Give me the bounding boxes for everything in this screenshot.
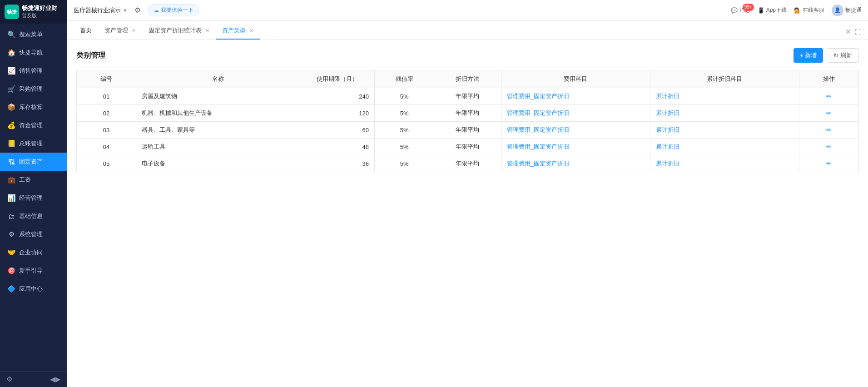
user-action[interactable]: 👤 畅捷通 (832, 5, 862, 16)
sidebar-item-apps[interactable]: 🔷 应用中心 (0, 280, 67, 298)
cell-accumulated-2: 累计折旧 (650, 122, 799, 139)
basic-info-icon: 🗂 (7, 213, 15, 220)
tab-asset-management[interactable]: 资产管理 ✕ (98, 23, 142, 40)
sidebar-item-search[interactable]: 🔍 搜索菜单 (0, 25, 67, 44)
sidebar-item-purchase[interactable]: 🛒 采购管理 (0, 80, 67, 98)
table-row: 03 器具、工具、家具等 60 5% 年限平均 管理费用_固定资产折旧 累计折旧… (77, 122, 859, 139)
assets-table: 编号 名称 使用期限（月） 残值率 折旧方法 费用科目 累计折旧科目 操作 01… (76, 70, 859, 172)
col-header-accumulated: 累计折旧科目 (650, 70, 799, 88)
sidebar-item-guide[interactable]: 🎯 新手引导 (0, 262, 67, 280)
online-service-action[interactable]: 💁 在线客服 (794, 6, 824, 14)
edit-icon-0[interactable]: ✏ (826, 93, 832, 100)
tab-asset-type[interactable]: 资产类型 ✕ (216, 23, 260, 40)
tab-close-asset[interactable]: ✕ (132, 28, 136, 34)
app-download-action[interactable]: 📱 App下载 (758, 6, 787, 14)
ledger-icon: 📒 (7, 139, 15, 148)
edit-icon-3[interactable]: ✏ (826, 143, 832, 150)
tab-depreciation-report[interactable]: 固定资产折旧统计表 ✕ (142, 23, 216, 40)
enterprise-icon: 🤝 (7, 248, 15, 257)
cell-name-0: 房屋及建筑物 (136, 88, 300, 105)
inventory-icon: 📦 (7, 103, 15, 111)
sidebar-item-salary[interactable]: 💼 工资 (0, 171, 67, 189)
cell-expense-1: 管理费用_固定资产折旧 (501, 105, 650, 122)
cell-name-1: 机器、机械和其他生产设备 (136, 105, 300, 122)
sidebar-item-management[interactable]: 📊 经营管理 (0, 189, 67, 207)
cell-residual-0: 5% (374, 88, 434, 105)
cell-accumulated-1: 累计折旧 (650, 105, 799, 122)
messages-badge: 99+ (743, 4, 754, 11)
system-icon: ⚙ (7, 230, 15, 238)
service-icon: 💁 (794, 7, 801, 14)
fixed-assets-icon: 🏗 (7, 158, 15, 166)
sidebar-item-ledger[interactable]: 📒 总账管理 (0, 134, 67, 153)
action-buttons: + 新增 ↻ 刷新 (794, 48, 859, 63)
col-header-residual: 残值率 (374, 70, 434, 88)
search-icon: 🔍 (7, 30, 15, 39)
top-header: 医疗器械行业演示 ▼ ⚙ ☁ 我要体验一下 💬 消息 99+ 📱 App下载 💁… (67, 0, 868, 21)
main-area: 医疗器械行业演示 ▼ ⚙ ☁ 我要体验一下 💬 消息 99+ 📱 App下载 💁… (67, 0, 868, 387)
cell-method-1: 年限平均 (434, 105, 501, 122)
sidebar-item-inventory[interactable]: 📦 库存核算 (0, 98, 67, 116)
header-settings-icon[interactable]: ⚙ (131, 4, 144, 17)
management-icon: 📊 (7, 194, 15, 202)
cell-method-3: 年限平均 (434, 139, 501, 155)
tab-close-depreciation[interactable]: ✕ (205, 28, 209, 34)
cell-expense-4: 管理费用_固定资产折旧 (501, 155, 650, 172)
company-name: 医疗器械行业演示 (74, 6, 121, 15)
cell-period-0: 240 (300, 88, 374, 105)
sidebar: 畅捷 畅捷通好业财 普及版 🔍 搜索菜单 🏠 快捷导航 📈 销售管理 🛒 采购管… (0, 0, 67, 387)
table-row: 02 机器、机械和其他生产设备 120 5% 年限平均 管理费用_固定资产折旧 … (77, 105, 859, 122)
col-header-method: 折旧方法 (434, 70, 501, 88)
tab-bar: 首页 资产管理 ✕ 固定资产折旧统计表 ✕ 资产类型 ✕ ✕ ⛶ (67, 21, 868, 40)
app-logo: 畅捷 畅捷通好业财 普及版 (0, 0, 67, 24)
sidebar-item-funds[interactable]: 💰 资金管理 (0, 116, 67, 134)
cell-id-0: 01 (77, 88, 136, 105)
settings-bottom-icon[interactable]: ⚙ (6, 375, 12, 383)
edit-icon-2[interactable]: ✏ (826, 126, 832, 134)
cell-residual-2: 5% (374, 122, 434, 139)
message-icon: 💬 (731, 7, 738, 14)
tab-home[interactable]: 首页 (74, 23, 98, 40)
edit-icon-4[interactable]: ✏ (826, 160, 832, 167)
logo-icon: 畅捷 (5, 5, 19, 19)
new-button[interactable]: + 新增 (794, 48, 823, 63)
home-icon: 🏠 (7, 49, 15, 57)
col-header-period: 使用期限（月） (300, 70, 374, 88)
cell-accumulated-4: 累计折旧 (650, 155, 799, 172)
cell-period-2: 60 (300, 122, 374, 139)
company-selector[interactable]: 医疗器械行业演示 ▼ (74, 6, 128, 15)
sidebar-item-quick-nav[interactable]: 🏠 快捷导航 (0, 44, 67, 62)
page-title-row: 类别管理 + 新增 ↻ 刷新 (76, 48, 859, 63)
tab-right-actions: ✕ ⛶ (845, 28, 862, 40)
refresh-icon: ↻ (833, 52, 838, 59)
messages-action[interactable]: 💬 消息 99+ (731, 6, 750, 14)
tab-close-type[interactable]: ✕ (249, 28, 253, 34)
sidebar-item-basic-info[interactable]: 🗂 基础信息 (0, 207, 67, 225)
cloud-icon: ☁ (154, 7, 159, 14)
salary-icon: 💼 (7, 176, 15, 184)
sidebar-item-system[interactable]: ⚙ 系统管理 (0, 225, 67, 243)
sidebar-item-sales[interactable]: 📈 销售管理 (0, 62, 67, 80)
tab-expand-button[interactable]: ⛶ (855, 28, 862, 36)
experience-button[interactable]: ☁ 我要体验一下 (148, 4, 199, 16)
cell-period-1: 120 (300, 105, 374, 122)
collapse-icon[interactable]: ◀▶ (50, 375, 61, 383)
table-row: 01 房屋及建筑物 240 5% 年限平均 管理费用_固定资产折旧 累计折旧 ✏ (77, 88, 859, 105)
header-right: 💬 消息 99+ 📱 App下载 💁 在线客服 👤 畅捷通 (731, 5, 862, 16)
cell-id-2: 03 (77, 122, 136, 139)
sidebar-item-enterprise[interactable]: 🤝 企业协同 (0, 243, 67, 262)
sidebar-item-fixed-assets[interactable]: 🏗 固定资产 (0, 153, 67, 171)
cell-action-0: ✏ (799, 88, 858, 105)
cell-expense-0: 管理费用_固定资产折旧 (501, 88, 650, 105)
cell-residual-3: 5% (374, 139, 434, 155)
cell-residual-1: 5% (374, 105, 434, 122)
col-header-name: 名称 (136, 70, 300, 88)
edit-icon-1[interactable]: ✏ (826, 109, 832, 117)
guide-icon: 🎯 (7, 267, 15, 275)
cell-action-1: ✏ (799, 105, 858, 122)
cell-name-4: 电子设备 (136, 155, 300, 172)
sales-icon: 📈 (7, 67, 15, 75)
apps-icon: 🔷 (7, 285, 15, 293)
refresh-button[interactable]: ↻ 刷新 (827, 48, 859, 63)
tab-close-button[interactable]: ✕ (845, 28, 851, 36)
